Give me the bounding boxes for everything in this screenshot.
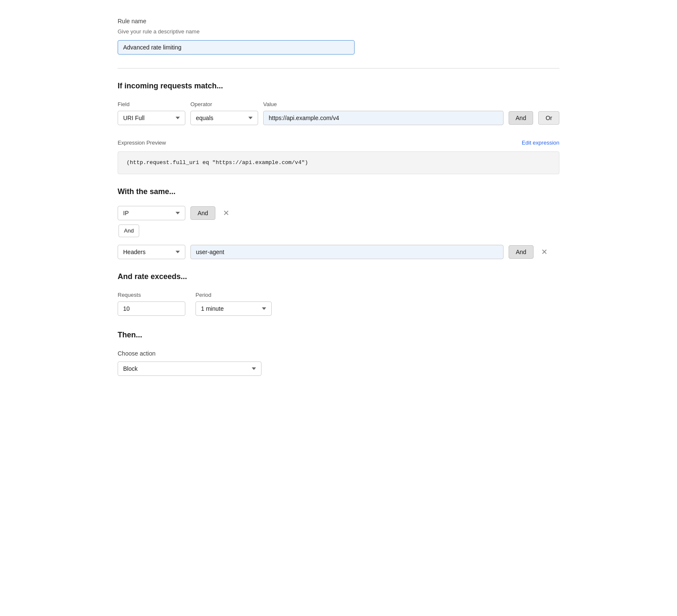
or-button[interactable]: Or bbox=[538, 111, 559, 125]
same-row-second: IP Headers Country User Agent And ✕ bbox=[118, 245, 559, 259]
match-section: If incoming requests match... Field Oper… bbox=[118, 80, 559, 126]
requests-col: Requests bbox=[118, 291, 185, 316]
expression-label: Expression Preview bbox=[118, 139, 166, 147]
edit-expression-link[interactable]: Edit expression bbox=[522, 139, 559, 147]
remove-row-2-button[interactable]: ✕ bbox=[539, 247, 550, 257]
same-row-first: IP Headers Country User Agent And ✕ bbox=[118, 206, 559, 220]
filter-labels-row: Field Operator Value bbox=[118, 100, 559, 109]
period-select[interactable]: 10 seconds 1 minute 2 minutes 5 minutes … bbox=[195, 301, 272, 316]
operator-col-label: Operator bbox=[190, 100, 258, 109]
requests-label: Requests bbox=[118, 291, 185, 299]
with-same-heading: With the same... bbox=[118, 186, 559, 197]
then-heading: Then... bbox=[118, 329, 559, 341]
expression-box: (http.request.full_uri eq "https://api.e… bbox=[118, 151, 559, 175]
section-divider bbox=[118, 68, 559, 68]
match-heading: If incoming requests match... bbox=[118, 80, 559, 92]
rate-exceeds-section: And rate exceeds... Requests Period 10 s… bbox=[118, 271, 559, 316]
rule-name-section: Rule name Give your rule a descriptive n… bbox=[118, 17, 559, 55]
then-section: Then... Choose action Block Challenge JS… bbox=[118, 329, 559, 376]
field-select[interactable]: URI Full IP Headers Country User Agent M… bbox=[118, 111, 185, 125]
expression-preview-section: Expression Preview Edit expression (http… bbox=[118, 139, 559, 174]
period-col: Period 10 seconds 1 minute 2 minutes 5 m… bbox=[195, 291, 272, 316]
filter-row: URI Full IP Headers Country User Agent M… bbox=[118, 111, 559, 125]
value-input[interactable] bbox=[263, 111, 504, 125]
remove-row-1-button[interactable]: ✕ bbox=[220, 208, 232, 218]
with-same-section: With the same... IP Headers Country User… bbox=[118, 186, 559, 259]
rate-row: Requests Period 10 seconds 1 minute 2 mi… bbox=[118, 291, 559, 316]
and-connector: And bbox=[118, 224, 139, 237]
rule-name-input[interactable] bbox=[118, 40, 355, 55]
same-and-button-2[interactable]: And bbox=[509, 245, 534, 259]
action-select[interactable]: Block Challenge JS Challenge Managed Cha… bbox=[118, 361, 261, 376]
requests-input[interactable] bbox=[118, 301, 185, 316]
period-label: Period bbox=[195, 291, 272, 299]
field-col-label: Field bbox=[118, 100, 185, 109]
rule-name-label: Rule name bbox=[118, 17, 559, 26]
expression-header: Expression Preview Edit expression bbox=[118, 139, 559, 147]
operator-select[interactable]: equals contains starts with ends with do… bbox=[190, 111, 258, 125]
same-field-select-2[interactable]: IP Headers Country User Agent bbox=[118, 245, 185, 259]
value-col-label: Value bbox=[263, 100, 277, 109]
rule-name-hint: Give your rule a descriptive name bbox=[118, 27, 559, 36]
same-field-select-1[interactable]: IP Headers Country User Agent bbox=[118, 206, 185, 220]
choose-action-label: Choose action bbox=[118, 349, 559, 358]
rate-exceeds-heading: And rate exceeds... bbox=[118, 271, 559, 282]
same-value-input[interactable] bbox=[190, 245, 504, 259]
same-and-button-1[interactable]: And bbox=[190, 206, 215, 220]
and-button[interactable]: And bbox=[509, 111, 534, 125]
